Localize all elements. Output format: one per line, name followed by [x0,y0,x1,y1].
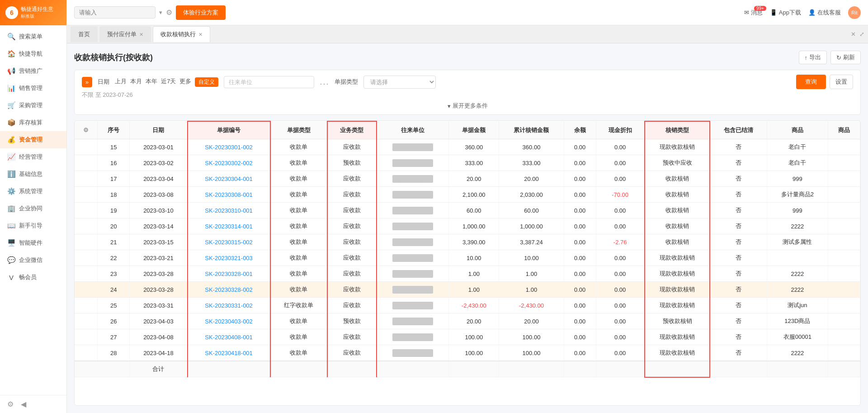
date-this-year[interactable]: 本年 [146,77,157,87]
table-row[interactable]: 25 2023-03-31 SK-20230331-002 红字收款单 应收款 … [75,298,860,313]
online-service-btn[interactable]: 👤 在线客服 [808,9,841,17]
td-goods: 2222 [767,345,828,361]
tab-close-all-icon[interactable]: ✕ [851,31,856,38]
table-row[interactable]: 23 2023-03-28 SK-20230328-001 收款单 应收款 ██… [75,266,860,282]
bill-type-select[interactable]: 请选择 [363,76,436,89]
sidebar-item-guide[interactable]: 📖 新手引导 [0,217,66,234]
th-gear[interactable]: ⚙ [75,121,98,139]
counterpart-input[interactable] [224,76,314,88]
sidebar-item-search[interactable]: 🔍 搜索菜单 [0,28,66,45]
order-link[interactable]: SK-20230315-002 [205,239,253,246]
user-avatar[interactable]: Rit [848,6,861,19]
table-row[interactable]: 16 2023-03-02 SK-20230302-002 收款单 预收款 ██… [75,155,860,171]
sidebar-item-sales[interactable]: 📊 销售管理 [0,80,66,97]
dropdown-icon[interactable]: ▾ [159,9,162,16]
td-include-settled: 否 [710,329,767,345]
sidebar-item-member[interactable]: V 畅会员 [0,269,66,286]
date-custom[interactable]: 自定义 [195,77,218,87]
table-row[interactable]: 20 2023-03-14 SK-20230314-001 收款单 应收款 ██… [75,218,860,234]
tab-home[interactable]: 首页 [71,26,98,42]
filter-settings-btn[interactable]: 设置 [830,75,853,89]
order-link[interactable]: SK-20230304-001 [205,176,253,182]
table-row[interactable]: 27 2023-04-08 SK-20230408-001 收款单 应收款 ██… [75,329,860,345]
logo-title: 畅捷通好生意 [21,6,53,13]
sidebar-item-basic[interactable]: ℹ️ 基础信息 [0,166,66,183]
td-order-no[interactable]: SK-20230304-001 [188,171,270,187]
gear-icon[interactable]: ⚙ [166,8,172,17]
date-this-month[interactable]: 本月 [130,77,142,87]
td-goods: 测试多属性 [767,234,828,250]
order-link[interactable]: SK-20230403-002 [205,318,253,325]
table-row[interactable]: 19 2023-03-10 SK-20230310-001 收款单 应收款 ██… [75,203,860,218]
order-link[interactable]: SK-20230328-002 [205,286,253,293]
table-row[interactable]: 26 2023-04-03 SK-20230403-002 收款单 预收款 ██… [75,313,860,329]
sidebar-item-hardware[interactable]: 🖥️ 智能硬件 [0,234,66,252]
table-row[interactable]: 24 2023-03-28 SK-20230328-002 收款单 应收款 ██… [75,282,860,298]
messages-btn[interactable]: ✉ 消息 99+ [744,9,763,17]
sidebar-item-inventory[interactable]: 📦 库存核算 [0,114,66,131]
refresh-btn[interactable]: ↻ 刷新 [830,51,861,64]
expand-conditions-row[interactable]: ▾ 展开更多条件 [82,102,853,110]
td-order-no[interactable]: SK-20230403-002 [188,313,270,329]
order-link[interactable]: SK-20230418-001 [205,350,253,356]
tab-collection-close[interactable]: ✕ [198,32,203,38]
td-balance: 0.00 [564,329,596,345]
date-7days[interactable]: 近7天 [161,77,176,87]
td-write-off-type: 现款收款核销 [645,282,710,298]
td-order-no[interactable]: SK-20230314-001 [188,218,270,234]
table-row[interactable]: 22 2023-03-21 SK-20230321-003 收款单 应收款 ██… [75,250,860,266]
sidebar-item-system[interactable]: ⚙️ 系统管理 [0,183,66,200]
td-order-no[interactable]: SK-20230328-002 [188,282,270,298]
td-order-no[interactable]: SK-20230310-001 [188,203,270,218]
sidebar-item-quick-nav[interactable]: 🏠 快捷导航 [0,45,66,62]
sidebar-item-finance[interactable]: 💰 资金管理 [0,131,66,148]
date-more[interactable]: 更多 [179,77,191,87]
td-balance: 0.00 [564,250,596,266]
td-order-no[interactable]: SK-20230418-001 [188,345,270,361]
td-order-no[interactable]: SK-20230308-001 [188,187,270,203]
order-link[interactable]: SK-20230408-001 [205,334,253,341]
order-link[interactable]: SK-20230331-002 [205,302,253,309]
td-order-no[interactable]: SK-20230321-003 [188,250,270,266]
table-row[interactable]: 28 2023-04-18 SK-20230418-001 收款单 应收款 ██… [75,345,860,361]
td-order-no[interactable]: SK-20230301-002 [188,139,270,155]
td-goods: 2222 [767,218,828,234]
breadcrumb-input[interactable] [74,6,156,19]
sidebar-collapse-icon[interactable]: ◀ [21,400,26,408]
table-row[interactable]: 17 2023-03-04 SK-20230304-001 收款单 应收款 ██… [75,171,860,187]
app-download-btn[interactable]: 📱 App下载 [770,9,801,17]
sidebar-item-wechat[interactable]: 💬 企业微信 [0,252,66,269]
sidebar-item-operations[interactable]: 📈 经营管理 [0,148,66,166]
tab-prepay-close[interactable]: ✕ [139,32,143,38]
order-link[interactable]: SK-20230310-001 [205,207,253,214]
sidebar-settings-icon[interactable]: ⚙ [7,400,14,408]
td-order-no[interactable]: SK-20230408-001 [188,329,270,345]
order-link[interactable]: SK-20230301-002 [205,144,253,151]
total-amount [449,361,499,377]
filter-expand-icon[interactable]: » [82,77,92,87]
order-link[interactable]: SK-20230321-003 [205,255,253,261]
sidebar-item-enterprise[interactable]: 🏢 企业协同 [0,200,66,217]
table-row[interactable]: 18 2023-03-08 SK-20230308-001 收款单 应收款 ██… [75,187,860,203]
order-link[interactable]: SK-20230328-001 [205,271,253,277]
tab-prepay[interactable]: 预付应付单 ✕ [99,26,151,42]
td-order-no[interactable]: SK-20230315-002 [188,234,270,250]
table-row[interactable]: 15 2023-03-01 SK-20230301-002 收款单 应收款 ██… [75,139,860,155]
tab-fullscreen-icon[interactable]: ⤢ [859,31,864,38]
order-link[interactable]: SK-20230308-001 [205,191,253,198]
order-link[interactable]: SK-20230314-001 [205,223,253,230]
td-order-no[interactable]: SK-20230328-001 [188,266,270,282]
date-prev-month[interactable]: 上月 [115,77,127,87]
query-btn[interactable]: 查询 [796,75,826,89]
table-row[interactable]: 21 2023-03-15 SK-20230315-002 收款单 应收款 ██… [75,234,860,250]
page-content: 收款核销执行(按收款) ↑ 导出 ↻ 刷新 » 日期 上月 本月 [67,43,868,413]
industry-btn[interactable]: 体验行业方案 [176,5,226,20]
sidebar-item-purchase[interactable]: 🛒 采购管理 [0,97,66,114]
tab-collection[interactable]: 收款核销执行 ✕ [153,26,210,42]
export-btn[interactable]: ↑ 导出 [799,51,827,64]
td-amount: 3,390.00 [449,234,499,250]
td-order-no[interactable]: SK-20230302-002 [188,155,270,171]
td-order-no[interactable]: SK-20230331-002 [188,298,270,313]
sidebar-item-marketing[interactable]: 📢 营销推广 [0,62,66,80]
order-link[interactable]: SK-20230302-002 [205,160,253,166]
